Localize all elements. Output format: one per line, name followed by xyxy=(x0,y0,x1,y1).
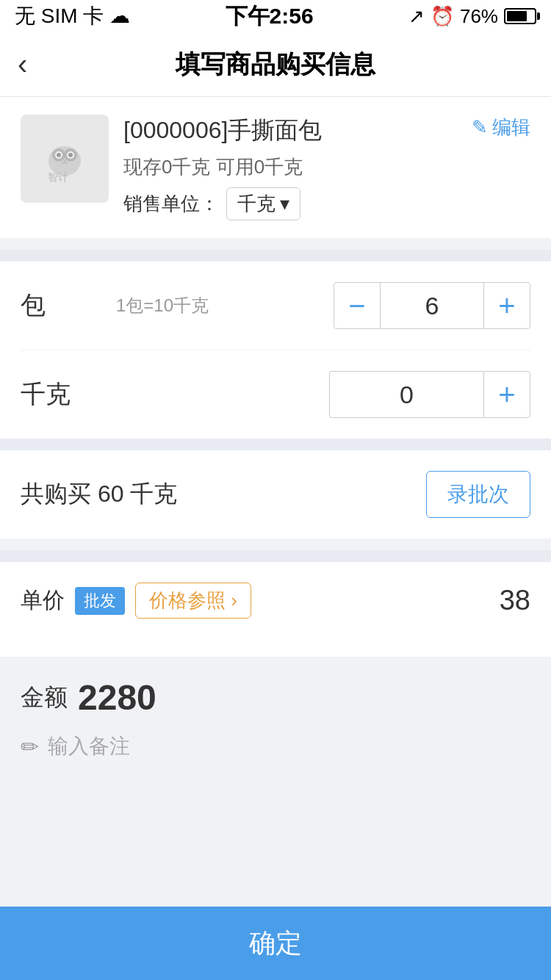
kg-label: 千克 xyxy=(21,378,109,411)
status-bar: 无 SIM 卡 ☁ 下午2:56 ↗ ⏰ 76% xyxy=(0,0,551,32)
alarm-icon: ⏰ xyxy=(431,5,454,28)
amount-row: 金额 2280 xyxy=(21,677,530,718)
edit-button[interactable]: ✎ 编辑 xyxy=(472,115,530,140)
nav-bar: ‹ 填写商品购买信息 xyxy=(0,32,551,97)
section-divider-1 xyxy=(0,250,551,262)
product-name: [0000006]手撕面包 xyxy=(123,115,457,147)
summary-section: 共购买 60 千克 录批次 xyxy=(0,450,551,538)
amount-label: 金额 xyxy=(21,682,68,714)
battery-percent: 76% xyxy=(460,5,498,28)
price-label: 单价 xyxy=(21,586,65,616)
amount-section: 金额 2280 ✏ 输入备注 xyxy=(0,657,551,781)
price-row: 单价 批发 价格参照 › 38 xyxy=(21,583,530,619)
bao-input-row: 包 1包=10千克 − + xyxy=(21,262,530,350)
edit-icon: ✎ xyxy=(472,116,488,139)
product-section: 智计 [0000006]手撕面包 现存0千克 可用0千克 销售单位： 千克 ▾ … xyxy=(0,97,551,238)
record-batch-button[interactable]: 录批次 xyxy=(426,471,530,518)
quantity-section: 包 1包=10千克 − + 千克 + xyxy=(0,262,551,439)
unit-value: 千克 xyxy=(237,191,276,217)
kg-plus-button[interactable]: + xyxy=(483,371,530,418)
product-info: [0000006]手撕面包 现存0千克 可用0千克 销售单位： 千克 ▾ xyxy=(123,115,457,220)
section-divider-2 xyxy=(0,439,551,450)
edit-label: 编辑 xyxy=(492,115,530,140)
kg-stepper: + xyxy=(329,371,530,418)
bao-label: 包 xyxy=(21,289,109,323)
price-badge: 批发 xyxy=(75,587,125,615)
unit-label: 销售单位： xyxy=(123,191,219,217)
status-left: 无 SIM 卡 ☁ xyxy=(15,2,130,30)
price-section: 单价 批发 价格参照 › 38 xyxy=(0,562,551,657)
svg-point-6 xyxy=(68,153,73,157)
summary-text: 共购买 60 千克 xyxy=(21,478,177,511)
price-reference-button[interactable]: 价格参照 › xyxy=(135,583,251,619)
bao-quantity-input[interactable] xyxy=(381,282,483,329)
location-icon: ↗ xyxy=(408,5,425,28)
product-thumbnail: 智计 xyxy=(21,115,109,203)
unit-select[interactable]: 千克 ▾ xyxy=(226,187,300,220)
status-right: ↗ ⏰ 76% xyxy=(408,5,536,28)
bao-hint: 1包=10千克 xyxy=(116,294,334,317)
note-placeholder: 输入备注 xyxy=(48,732,130,760)
product-logo-icon: 智计 xyxy=(39,133,90,184)
battery-icon xyxy=(504,8,536,24)
confirm-button[interactable]: 确定 xyxy=(0,907,551,980)
dropdown-icon: ▾ xyxy=(280,192,289,215)
amount-value: 2280 xyxy=(78,677,156,718)
svg-text:智计: 智计 xyxy=(48,171,68,183)
no-sim-label: 无 SIM 卡 ☁ xyxy=(15,2,130,30)
status-time: 下午2:56 xyxy=(226,1,314,32)
page-title: 填写商品购买信息 xyxy=(176,48,375,82)
kg-quantity-input[interactable] xyxy=(329,371,483,418)
price-value: 38 xyxy=(500,585,530,616)
section-divider-3 xyxy=(0,550,551,562)
product-stock: 现存0千克 可用0千克 xyxy=(123,154,457,180)
bao-minus-button[interactable]: − xyxy=(334,282,381,329)
pencil-icon: ✏ xyxy=(21,734,39,760)
note-row[interactable]: ✏ 输入备注 xyxy=(21,732,530,760)
kg-input-row: 千克 + xyxy=(21,350,530,439)
back-button[interactable]: ‹ xyxy=(18,48,27,81)
product-unit-row: 销售单位： 千克 ▾ xyxy=(123,187,457,220)
bao-stepper: − + xyxy=(334,282,530,329)
bao-plus-button[interactable]: + xyxy=(483,282,530,329)
svg-point-5 xyxy=(57,153,61,157)
